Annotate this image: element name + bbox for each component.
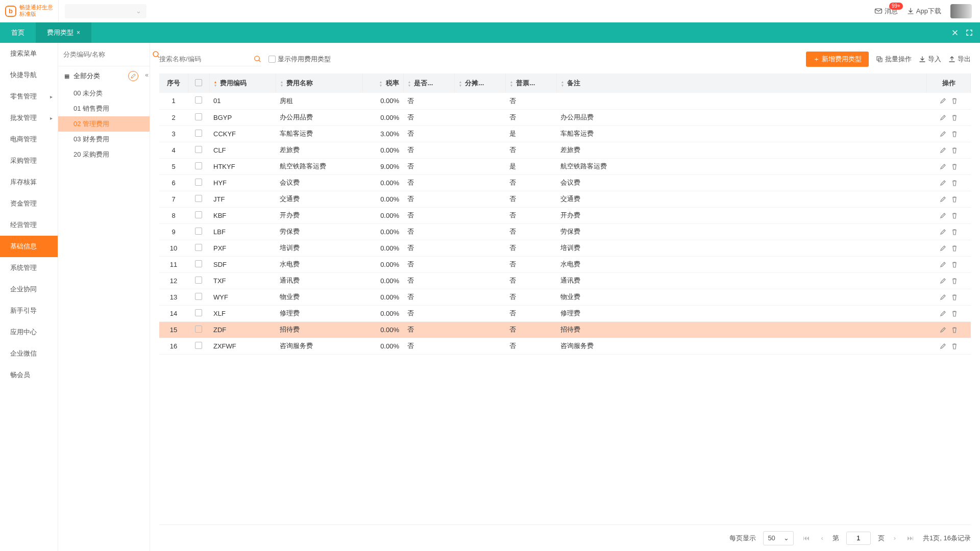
- col-seq[interactable]: 序号: [159, 73, 188, 93]
- category-item-1[interactable]: 01 销售费用: [58, 101, 150, 116]
- row-delete-icon[interactable]: [951, 343, 958, 349]
- row-checkbox[interactable]: [188, 321, 209, 338]
- row-edit-icon[interactable]: [940, 310, 946, 317]
- table-row[interactable]: 16ZXFWF咨询服务费0.00%否否咨询服务费: [159, 338, 971, 354]
- table-row[interactable]: 15ZDF招待费0.00%否否招待费: [159, 321, 971, 338]
- row-delete-icon[interactable]: [951, 261, 958, 268]
- table-row[interactable]: 5HTKYF航空铁路客运费9.00%否是航空铁路客运费: [159, 158, 971, 174]
- nav-item-5[interactable]: 采购管理: [0, 150, 58, 171]
- row-delete-icon[interactable]: [951, 327, 958, 333]
- table-row[interactable]: 7JTF交通费0.00%否否交通费: [159, 191, 971, 207]
- row-checkbox[interactable]: [188, 126, 209, 142]
- batch-action-button[interactable]: 批量操作: [876, 55, 912, 64]
- nav-item-14[interactable]: 企业微信: [0, 343, 58, 364]
- nav-item-3[interactable]: 批发管理▸: [0, 107, 58, 129]
- table-row[interactable]: 13WYF物业费0.00%否否物业费: [159, 289, 971, 305]
- table-row[interactable]: 11SDF水电费0.00%否否水电费: [159, 256, 971, 272]
- row-delete-icon[interactable]: [951, 278, 958, 284]
- nav-item-7[interactable]: 资金管理: [0, 193, 58, 214]
- search-icon[interactable]: [254, 55, 261, 63]
- row-delete-icon[interactable]: [951, 97, 958, 104]
- category-item-4[interactable]: 20 采购费用: [58, 147, 150, 162]
- row-delete-icon[interactable]: [951, 229, 958, 235]
- avatar[interactable]: [950, 4, 972, 18]
- table-row[interactable]: 2BGYP办公用品费0.00%否否办公用品费: [159, 109, 971, 126]
- nav-item-9[interactable]: 基础信息: [0, 236, 58, 257]
- row-checkbox[interactable]: [188, 240, 209, 256]
- col-7[interactable]: ▲▼普票...: [505, 73, 556, 93]
- table-row[interactable]: 8KBF开办费0.00%否否开办费: [159, 207, 971, 223]
- category-item-0[interactable]: 00 未分类: [58, 86, 150, 101]
- row-edit-icon[interactable]: [940, 245, 946, 252]
- row-edit-icon[interactable]: [940, 261, 946, 268]
- table-row[interactable]: 6HYF会议费0.00%否否会议费: [159, 174, 971, 191]
- fullscreen-icon[interactable]: [966, 29, 973, 36]
- row-edit-icon[interactable]: [940, 97, 946, 104]
- new-expense-type-button[interactable]: ＋ 新增费用类型: [806, 52, 869, 67]
- pager-prev-icon[interactable]: ‹: [819, 534, 825, 542]
- table-row[interactable]: 9LBF劳保费0.00%否否劳保费: [159, 223, 971, 240]
- tab-expense-type[interactable]: 费用类型 ×: [36, 22, 91, 43]
- nav-item-10[interactable]: 系统管理: [0, 257, 58, 279]
- row-checkbox[interactable]: [188, 93, 209, 109]
- nav-item-15[interactable]: 畅会员: [0, 364, 58, 386]
- import-button[interactable]: 导入: [919, 55, 941, 64]
- row-checkbox[interactable]: [188, 338, 209, 354]
- nav-item-4[interactable]: 电商管理: [0, 129, 58, 150]
- row-checkbox[interactable]: [188, 289, 209, 305]
- table-row[interactable]: 4CLF差旅费0.00%否否差旅费: [159, 142, 971, 158]
- tab-home[interactable]: 首页: [0, 22, 36, 43]
- messages-button[interactable]: 消息 99+: [874, 7, 898, 16]
- row-delete-icon[interactable]: [951, 131, 958, 137]
- nav-item-13[interactable]: 应用中心: [0, 321, 58, 343]
- col-code[interactable]: ▲▼费用编码: [209, 73, 276, 93]
- row-edit-icon[interactable]: [940, 278, 946, 284]
- col-6[interactable]: ▲▼分摊...: [454, 73, 505, 93]
- row-checkbox[interactable]: [188, 174, 209, 191]
- nav-item-8[interactable]: 经营管理: [0, 214, 58, 236]
- row-edit-icon[interactable]: [940, 114, 946, 121]
- nav-item-12[interactable]: 新手引导: [0, 300, 58, 321]
- row-edit-icon[interactable]: [940, 163, 946, 170]
- row-checkbox[interactable]: [188, 207, 209, 223]
- table-row[interactable]: 10PXF培训费0.00%否否培训费: [159, 240, 971, 256]
- row-delete-icon[interactable]: [951, 114, 958, 121]
- row-checkbox[interactable]: [188, 256, 209, 272]
- close-icon[interactable]: ×: [77, 29, 80, 36]
- col-name[interactable]: ▲▼费用名称: [276, 73, 362, 93]
- row-delete-icon[interactable]: [951, 310, 958, 317]
- category-item-3[interactable]: 03 财务费用: [58, 132, 150, 147]
- row-edit-icon[interactable]: [940, 196, 946, 203]
- col-select-all[interactable]: [188, 73, 209, 93]
- category-search-input[interactable]: [63, 51, 149, 58]
- export-button[interactable]: 导出: [948, 55, 971, 64]
- nav-item-11[interactable]: 企业协同: [0, 279, 58, 300]
- row-edit-icon[interactable]: [940, 147, 946, 154]
- row-delete-icon[interactable]: [951, 180, 958, 186]
- row-checkbox[interactable]: [188, 223, 209, 240]
- table-search-input[interactable]: [159, 55, 251, 63]
- nav-item-6[interactable]: 库存核算: [0, 171, 58, 193]
- category-item-2[interactable]: 02 管理费用: [58, 116, 150, 132]
- row-edit-icon[interactable]: [940, 294, 946, 300]
- nav-item-1[interactable]: 快捷导航: [0, 64, 58, 86]
- category-all[interactable]: ▦ 全部分类: [58, 66, 150, 86]
- collapse-category-icon[interactable]: «: [145, 71, 149, 79]
- table-row[interactable]: 101房租0.00%否否: [159, 93, 971, 109]
- row-delete-icon[interactable]: [951, 163, 958, 170]
- row-edit-icon[interactable]: [940, 327, 946, 333]
- row-checkbox[interactable]: [188, 109, 209, 126]
- nav-item-2[interactable]: 零售管理▸: [0, 86, 58, 107]
- col-5[interactable]: ▲▼是否...: [403, 73, 454, 93]
- row-checkbox[interactable]: [188, 142, 209, 158]
- row-checkbox[interactable]: [188, 158, 209, 174]
- row-delete-icon[interactable]: [951, 294, 958, 300]
- pager-first-icon[interactable]: ⏮: [801, 534, 812, 542]
- table-row[interactable]: 14XLF修理费0.00%否否修理费: [159, 305, 971, 321]
- row-checkbox[interactable]: [188, 191, 209, 207]
- nav-item-0[interactable]: 搜索菜单: [0, 43, 58, 64]
- row-edit-icon[interactable]: [940, 229, 946, 235]
- row-checkbox[interactable]: [188, 272, 209, 289]
- row-delete-icon[interactable]: [951, 245, 958, 252]
- row-delete-icon[interactable]: [951, 212, 958, 219]
